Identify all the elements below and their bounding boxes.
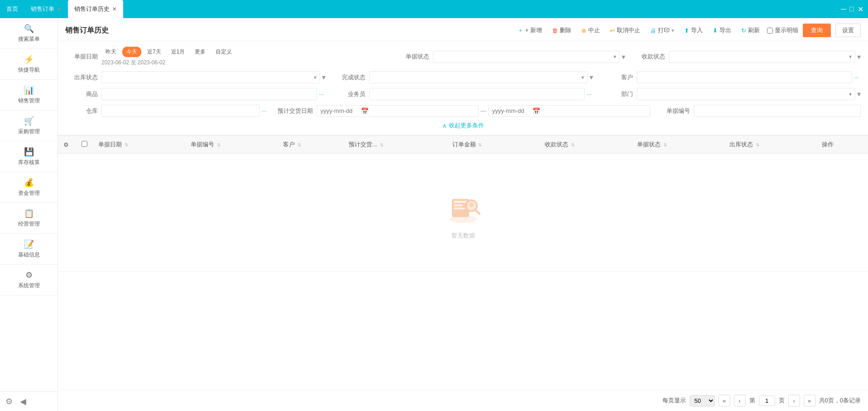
close-icon[interactable]: ✕ bbox=[858, 5, 863, 14]
tab-sales-order-history-close[interactable]: ✕ bbox=[112, 6, 117, 12]
date-btn-7days[interactable]: 近7天 bbox=[143, 47, 165, 57]
receipt-status-dropdown-icon[interactable]: ▾ bbox=[857, 53, 861, 61]
salesperson-ellipsis-icon[interactable]: ··· bbox=[585, 91, 593, 97]
sidebar-item-basic-info[interactable]: 📝 基础信息 bbox=[0, 234, 58, 265]
bill-number-input[interactable] bbox=[694, 105, 861, 117]
th-checkbox[interactable] bbox=[76, 136, 93, 154]
top-bar: 首页 销售订单 ✕ 销售订单历史 ✕ ─ □ ✕ bbox=[0, 0, 868, 18]
customer-input[interactable] bbox=[637, 71, 852, 83]
dept-dropdown-icon[interactable]: ▾ bbox=[857, 90, 861, 98]
date-btn-1month[interactable]: 近1月 bbox=[167, 47, 189, 57]
outbound-status-dropdown-icon[interactable]: ▾ bbox=[322, 73, 326, 82]
sidebar-bottom: ⚙ ◀ bbox=[0, 392, 58, 411]
dept-select[interactable] bbox=[637, 88, 855, 100]
sidebar-item-purchase-mgmt-label: 采购管理 bbox=[18, 128, 40, 135]
date-btn-today[interactable]: 今天 bbox=[122, 47, 141, 57]
tab-sales-order[interactable]: 销售订单 ✕ bbox=[24, 0, 68, 18]
sidebar-item-finance-mgmt[interactable]: 💰 资金管理 bbox=[0, 172, 58, 203]
next-page-button[interactable]: › bbox=[788, 395, 800, 406]
last-page-button[interactable]: » bbox=[804, 395, 815, 406]
goods-ellipsis-icon[interactable]: ··· bbox=[317, 91, 326, 97]
delete-button[interactable]: 🗑 删除 bbox=[549, 24, 574, 36]
select-all-checkbox[interactable] bbox=[82, 141, 87, 147]
sidebar-item-inventory[interactable]: 💾 库存核算 bbox=[0, 141, 58, 172]
stop-button[interactable]: ⊗ 中止 bbox=[579, 24, 603, 36]
maximize-icon[interactable]: □ bbox=[849, 5, 854, 13]
sidebar-item-sales-mgmt[interactable]: 📊 销售管理 bbox=[0, 80, 58, 111]
query-button[interactable]: 查询 bbox=[803, 24, 831, 37]
warehouse-ellipsis-icon[interactable]: ··· bbox=[260, 107, 269, 114]
import-button[interactable]: ⬆ 导入 bbox=[681, 24, 705, 36]
setting-button[interactable]: 设置 bbox=[835, 24, 861, 37]
page-size-select[interactable]: 50 10 20 100 bbox=[690, 395, 715, 406]
th-bill-number[interactable]: 单据编号 ⇅ bbox=[185, 136, 278, 154]
sidebar-setting-icon[interactable]: ⚙ bbox=[5, 396, 13, 406]
th-bill-number-sort[interactable]: ⇅ bbox=[217, 142, 221, 147]
tab-home-label: 首页 bbox=[6, 5, 18, 13]
warehouse-field: ··· bbox=[101, 105, 269, 117]
tab-home[interactable]: 首页 bbox=[0, 0, 24, 18]
sidebar-item-ops-mgmt[interactable]: 📋 经营管理 bbox=[0, 203, 58, 234]
tab-sales-order-history[interactable]: 销售订单历史 ✕ bbox=[68, 0, 123, 18]
th-order-amount-sort[interactable]: ⇅ bbox=[478, 142, 482, 147]
th-bill-number-label: 单据编号 bbox=[191, 141, 214, 148]
goods-input[interactable] bbox=[101, 88, 317, 100]
th-bill-status[interactable]: 单据状态 ⇅ bbox=[632, 136, 724, 154]
th-outbound-status-sort[interactable]: ⇅ bbox=[756, 142, 759, 147]
calendar-to-icon[interactable]: 📅 bbox=[532, 107, 540, 115]
sidebar-item-search-menu[interactable]: 🔍 搜索菜单 bbox=[0, 18, 58, 49]
th-customer-sort[interactable]: ⇅ bbox=[297, 142, 301, 147]
receipt-status-select[interactable] bbox=[669, 51, 855, 63]
tab-sales-order-history-label: 销售订单历史 bbox=[74, 5, 110, 13]
goods-label: 商品 bbox=[65, 90, 101, 98]
bill-date-label: 单据日期 bbox=[65, 53, 101, 61]
salesperson-input[interactable] bbox=[369, 88, 585, 100]
customer-ellipsis-icon[interactable]: ··· bbox=[852, 74, 861, 81]
cancel-stop-label: 取消中止 bbox=[617, 26, 640, 34]
prev-page-button[interactable]: ‹ bbox=[734, 395, 746, 406]
print-button[interactable]: 🖨 打印 ▾ bbox=[647, 24, 677, 36]
th-receipt-status[interactable]: 收款状态 ⇅ bbox=[539, 136, 632, 154]
sidebar-item-purchase-mgmt[interactable]: 🛒 采购管理 bbox=[0, 111, 58, 141]
sidebar-item-quick-nav[interactable]: ⚡ 快捷导航 bbox=[0, 49, 58, 80]
complete-status-dropdown-icon[interactable]: ▾ bbox=[590, 73, 593, 82]
print-dropdown-icon[interactable]: ▾ bbox=[671, 28, 674, 34]
export-button[interactable]: ⬇ 导出 bbox=[710, 24, 734, 36]
bill-status-select[interactable] bbox=[433, 51, 619, 63]
new-button[interactable]: ＋ + 新增 bbox=[515, 24, 545, 36]
sidebar-collapse-icon[interactable]: ◀ bbox=[20, 396, 26, 406]
th-outbound-status[interactable]: 出库状态 ⇅ bbox=[724, 136, 816, 154]
outbound-status-select[interactable] bbox=[101, 71, 320, 83]
warehouse-input[interactable] bbox=[101, 105, 260, 117]
first-page-button[interactable]: « bbox=[719, 395, 730, 406]
th-expected-delivery-sort[interactable]: ⇅ bbox=[380, 142, 384, 147]
date-to-input[interactable] bbox=[492, 107, 531, 114]
th-bill-date-sort[interactable]: ⇅ bbox=[125, 142, 128, 147]
complete-status-select[interactable] bbox=[369, 71, 588, 83]
date-btn-custom[interactable]: 自定义 bbox=[211, 47, 236, 57]
refresh-button[interactable]: ↻ 刷新 bbox=[739, 24, 762, 36]
date-btn-more[interactable]: 更多 bbox=[191, 47, 210, 57]
cancel-stop-button[interactable]: ↩ 取消中止 bbox=[607, 24, 643, 36]
minimize-icon[interactable]: ─ bbox=[841, 5, 846, 13]
date-from-input[interactable] bbox=[321, 107, 359, 114]
th-bill-date[interactable]: 单据日期 ⇅ bbox=[93, 136, 185, 154]
purchase-mgmt-icon: 🛒 bbox=[24, 116, 34, 126]
calendar-from-icon[interactable]: 📅 bbox=[361, 107, 369, 115]
th-expected-delivery[interactable]: 预计交货... ⇅ bbox=[343, 136, 447, 154]
show-detail-checkbox[interactable] bbox=[767, 28, 773, 34]
filter-row-1: 单据日期 昨天 今天 近7天 近1月 更多 自定义 2023-06-02 至 2… bbox=[65, 47, 861, 67]
current-page-input[interactable] bbox=[759, 396, 775, 406]
collapse-btn[interactable]: ∧ 收起更多条件 bbox=[65, 121, 861, 130]
sidebar-item-system-mgmt[interactable]: ⚙ 系统管理 bbox=[0, 265, 58, 295]
th-receipt-status-sort[interactable]: ⇅ bbox=[571, 142, 575, 147]
tab-sales-order-close[interactable]: ✕ bbox=[57, 6, 62, 12]
svg-rect-3 bbox=[454, 204, 463, 206]
export-label: 导出 bbox=[719, 26, 731, 34]
th-gear[interactable]: ⚙ bbox=[58, 136, 76, 154]
th-order-amount[interactable]: 订单金额 ⇅ bbox=[447, 136, 539, 154]
bill-status-dropdown-icon[interactable]: ▾ bbox=[622, 53, 625, 61]
th-customer[interactable]: 客户 ⇅ bbox=[278, 136, 343, 154]
th-bill-status-sort[interactable]: ⇅ bbox=[663, 142, 667, 147]
date-btn-yesterday[interactable]: 昨天 bbox=[101, 47, 120, 57]
